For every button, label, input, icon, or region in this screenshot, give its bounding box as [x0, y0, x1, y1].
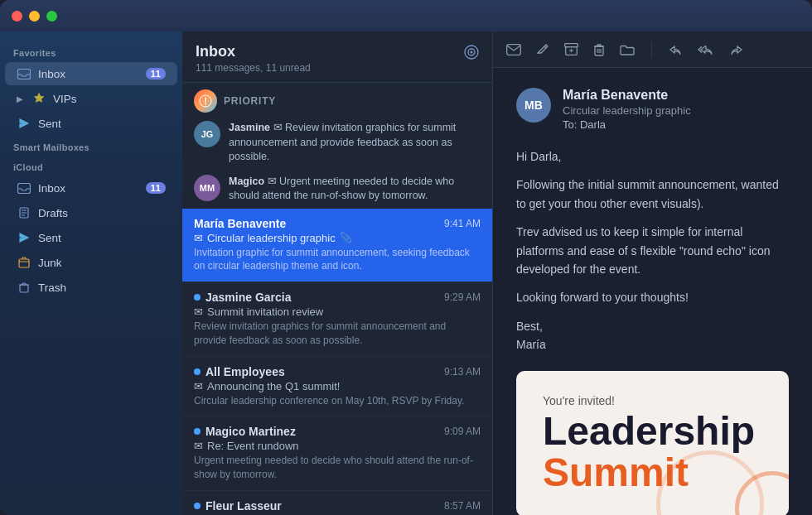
svg-rect-4 — [20, 285, 28, 292]
junk-icon — [17, 255, 31, 270]
email-items-list: María Benavente 9:41 AM ✉ Circular leade… — [182, 209, 492, 516]
subject-icon-jasmine: ✉ — [194, 306, 203, 318]
email-detail-body: Hi Darla, Following the initial summit a… — [516, 147, 789, 354]
vips-expand-icon: ▶ — [17, 94, 23, 103]
compose-toolbar-icon[interactable] — [536, 43, 549, 56]
icloud-label: iCloud — [0, 156, 182, 176]
event-card: You're invited! Leadership Summit — [516, 371, 789, 515]
detail-subject: Circular leadership graphic — [563, 104, 789, 117]
inbox-icloud-icon — [17, 180, 31, 195]
email-time-magico: 9:09 AM — [444, 426, 481, 437]
star-icon — [31, 91, 46, 106]
email-detail-content: MB María Benavente Circular leadership g… — [493, 68, 812, 515]
traffic-lights — [12, 11, 57, 22]
body-para-2: Trev advised us to keep it simple for in… — [516, 223, 789, 278]
toolbar-divider-1 — [651, 41, 652, 58]
archive-toolbar-icon[interactable] — [564, 43, 578, 55]
inbox-fav-label: Inbox — [38, 68, 139, 80]
email-detail-toolbar — [493, 31, 812, 68]
mail-toolbar-icon[interactable] — [506, 44, 521, 55]
priority-icon — [194, 89, 217, 113]
inbox-icon — [17, 66, 31, 81]
unread-dot-magico — [194, 428, 201, 435]
priority-email-item-2[interactable]: MM Magico ✉ Urgent meeting needed to dec… — [182, 170, 492, 209]
smart-mailboxes-label: Smart Mailboxes — [0, 136, 182, 156]
favorites-label: Favorites — [0, 41, 182, 61]
delete-toolbar-icon[interactable] — [593, 43, 605, 56]
email-time-fleur: 8:57 AM — [444, 500, 481, 512]
trash-icon — [17, 280, 31, 295]
title-bar — [0, 0, 812, 31]
email-detail-header: MB María Benavente Circular leadership g… — [516, 88, 789, 131]
sidebar-item-inbox-icloud[interactable]: Inbox 11 — [5, 176, 177, 200]
sent-icloud-label: Sent — [38, 232, 166, 244]
sent-icloud-icon — [17, 230, 31, 245]
sidebar-item-sent-icloud[interactable]: Sent — [5, 226, 177, 249]
trash-label: Trash — [38, 282, 166, 294]
email-time-jasmine: 9:29 AM — [444, 291, 481, 303]
unread-dot-jasmine — [194, 294, 201, 301]
drafts-icon — [17, 205, 31, 220]
email-item-jasmine[interactable]: Jasmine Garcia 9:29 AM ✉ Summit invitati… — [182, 282, 492, 357]
email-sender-fleur: Fleur Lasseur — [194, 499, 282, 513]
inbox-icloud-label: Inbox — [38, 182, 139, 195]
filter-icon[interactable] — [464, 45, 479, 64]
move-toolbar-icon[interactable] — [620, 44, 635, 55]
email-item-fleur[interactable]: Fleur Lasseur 8:57 AM ✉ Strategy deck v5… — [182, 491, 492, 515]
email-preview-all: Circular leadership conference on May 10… — [194, 394, 481, 408]
close-button[interactable] — [12, 11, 22, 22]
email-preview-jasmine: Review invitation graphics for summit an… — [194, 320, 481, 348]
sender-avatar: MB — [516, 88, 551, 123]
email-subject-all: ✉ Announcing the Q1 summit! — [194, 380, 481, 392]
unread-dot-all — [194, 368, 201, 375]
email-list-subtitle: 111 messages, 11 unread — [196, 62, 311, 74]
sidebar: Favorites Inbox 11 ▶ VIPs — [0, 31, 182, 515]
app-window: Favorites Inbox 11 ▶ VIPs — [0, 0, 812, 515]
sidebar-item-trash[interactable]: Trash — [5, 276, 177, 299]
sent-fav-icon — [17, 116, 31, 131]
sidebar-item-sent-fav[interactable]: Sent — [5, 112, 177, 135]
svg-rect-9 — [507, 44, 521, 55]
sidebar-item-junk[interactable]: Junk — [5, 251, 177, 274]
body-sign: Best,María — [516, 317, 789, 354]
priority-section: PRIORITY — [182, 83, 492, 116]
priority-email-text-1: Jasmine ✉ Review invitation graphics for… — [229, 121, 481, 165]
body-para-1: Following the initial summit announcemen… — [516, 176, 789, 213]
reply-all-toolbar-icon[interactable] — [698, 44, 714, 55]
email-item-maria[interactable]: María Benavente 9:41 AM ✉ Circular leade… — [182, 209, 492, 283]
minimize-button[interactable] — [29, 11, 40, 22]
email-list-header: Inbox 111 messages, 11 unread — [182, 31, 492, 83]
reply-toolbar-icon[interactable] — [669, 44, 683, 55]
sidebar-item-drafts[interactable]: Drafts — [5, 201, 177, 224]
inbox-icloud-badge: 11 — [146, 182, 166, 194]
sidebar-item-inbox-fav[interactable]: Inbox 11 — [5, 62, 177, 85]
event-title-line1: Leadership — [543, 409, 755, 453]
unread-dot-fleur — [194, 503, 201, 509]
email-item-all-employees[interactable]: All Employees 9:13 AM ✉ Announcing the Q… — [182, 357, 492, 417]
to-label: To: — [563, 118, 577, 131]
avatar-mm: MM — [194, 175, 220, 201]
sent-fav-label: Sent — [38, 118, 166, 130]
priority-label: PRIORITY — [224, 95, 276, 107]
main-layout: Favorites Inbox 11 ▶ VIPs — [0, 31, 812, 515]
to-value: Darla — [580, 118, 606, 131]
event-invited-text: You're invited! — [543, 394, 762, 407]
email-item-magico[interactable]: Magico Martinez 9:09 AM ✉ Re: Event rund… — [182, 416, 492, 491]
email-sender-all-employees: All Employees — [194, 365, 285, 378]
email-detail-panel: MB María Benavente Circular leadership g… — [493, 31, 812, 515]
vips-label: VIPs — [53, 93, 166, 105]
subject-icon-magico: ✉ — [194, 440, 203, 452]
svg-rect-3 — [19, 259, 29, 267]
maximize-button[interactable] — [46, 11, 57, 22]
email-time-maria: 9:41 AM — [444, 218, 481, 229]
subject-icon-all: ✉ — [194, 380, 203, 392]
sidebar-item-vips[interactable]: ▶ VIPs — [5, 87, 177, 110]
email-subject-jasmine: ✉ Summit invitation review — [194, 306, 481, 318]
email-sender-maria: María Benavente — [194, 217, 286, 230]
email-list-title: Inbox — [196, 43, 311, 60]
inbox-fav-badge: 11 — [146, 68, 166, 79]
priority-email-item[interactable]: JG Jasmine ✉ Review invitation graphics … — [182, 116, 492, 170]
avatar-jg: JG — [194, 121, 220, 147]
forward-toolbar-icon[interactable] — [729, 44, 743, 55]
drafts-label: Drafts — [38, 207, 166, 219]
